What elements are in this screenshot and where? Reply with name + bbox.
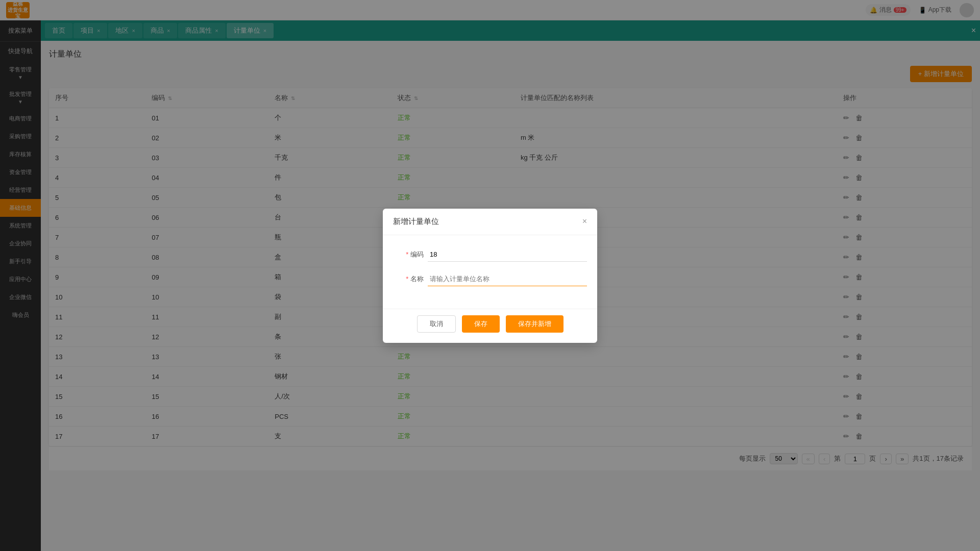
- save-and-new-button[interactable]: 保存并新增: [506, 315, 564, 333]
- code-label: * 编码: [393, 250, 424, 259]
- modal-body: * 编码 * 名称: [383, 235, 597, 309]
- modal-title: 新增计量单位: [393, 217, 439, 227]
- modal-overlay[interactable]: 新增计量单位 × * 编码 * 名称 取消 保存 保存并新增: [0, 0, 980, 551]
- modal-header: 新增计量单位 ×: [383, 209, 597, 235]
- modal-footer: 取消 保存 保存并新增: [383, 309, 597, 343]
- modal-close-button[interactable]: ×: [582, 217, 587, 226]
- form-row-name: * 名称: [393, 272, 587, 286]
- save-button[interactable]: 保存: [462, 315, 500, 333]
- cancel-button[interactable]: 取消: [417, 315, 456, 333]
- name-input[interactable]: [428, 272, 587, 286]
- name-label: * 名称: [393, 274, 424, 284]
- form-row-code: * 编码: [393, 247, 587, 262]
- code-input[interactable]: [428, 247, 587, 262]
- add-unit-modal: 新增计量单位 × * 编码 * 名称 取消 保存 保存并新增: [383, 209, 597, 343]
